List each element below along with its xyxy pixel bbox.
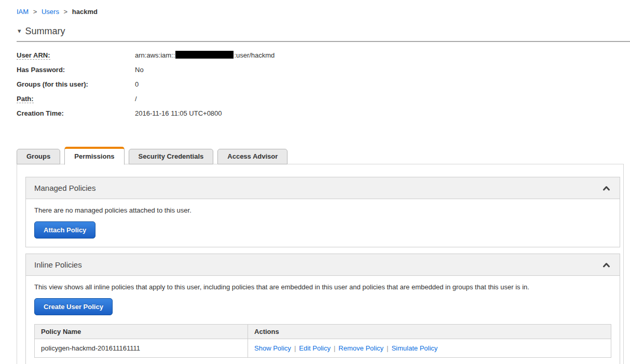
groups-count-value: 0 bbox=[135, 77, 139, 92]
managed-policies-header[interactable]: Managed Policies bbox=[26, 177, 620, 199]
creation-time-value: 2016-11-16 11:05 UTC+0800 bbox=[135, 106, 222, 121]
managed-policies-empty-text: There are no managed policies attached t… bbox=[34, 206, 611, 214]
tab-bar: Groups Permissions Security Credentials … bbox=[17, 147, 630, 164]
simulate-policy-link[interactable]: Simulate Policy bbox=[391, 344, 437, 352]
remove-policy-link[interactable]: Remove Policy bbox=[338, 344, 384, 352]
inline-policies-title: Inline Policies bbox=[34, 260, 82, 269]
inline-policies-description: This view shows all inline policies that… bbox=[34, 283, 611, 291]
creation-time-label: Creation Time: bbox=[17, 106, 135, 121]
field-row-path: Path: / bbox=[17, 92, 630, 106]
show-policy-link[interactable]: Show Policy bbox=[254, 344, 291, 352]
breadcrumb-separator: > bbox=[64, 8, 68, 16]
tab-groups[interactable]: Groups bbox=[17, 149, 60, 164]
attach-policy-button[interactable]: Attach Policy bbox=[34, 221, 95, 239]
breadcrumb: IAM > Users > hackmd bbox=[17, 8, 630, 16]
action-separator: | bbox=[294, 344, 296, 352]
chevron-up-icon[interactable] bbox=[601, 261, 611, 269]
groups-count-label: Groups (for this user): bbox=[17, 77, 135, 92]
breadcrumb-current-user: hackmd bbox=[72, 8, 98, 16]
summary-fields: User ARN: arn:aws:iam:::user/hackmd Has … bbox=[17, 48, 630, 121]
user-arn-value: arn:aws:iam:::user/hackmd bbox=[135, 48, 275, 63]
breadcrumb-link-users[interactable]: Users bbox=[42, 8, 59, 16]
edit-policy-link[interactable]: Edit Policy bbox=[299, 344, 331, 352]
tab-security-credentials[interactable]: Security Credentials bbox=[129, 149, 214, 164]
create-user-policy-button[interactable]: Create User Policy bbox=[34, 298, 113, 315]
field-row-groups: Groups (for this user): 0 bbox=[17, 77, 630, 92]
path-label: Path: bbox=[17, 95, 34, 103]
inline-policies-section: Inline Policies This view shows all inli… bbox=[25, 254, 620, 364]
breadcrumb-link-iam[interactable]: IAM bbox=[17, 8, 29, 16]
table-header-row: Policy Name Actions bbox=[35, 325, 611, 339]
redaction-box bbox=[175, 51, 234, 59]
chevron-up-icon[interactable] bbox=[601, 185, 611, 192]
breadcrumb-separator: > bbox=[33, 8, 37, 16]
has-password-label: Has Password: bbox=[17, 63, 135, 77]
user-arn-label: User ARN: bbox=[17, 51, 50, 60]
actions-column-header: Actions bbox=[248, 325, 611, 339]
path-value: / bbox=[135, 92, 137, 106]
managed-policies-body: There are no managed policies attached t… bbox=[26, 199, 620, 247]
action-separator: | bbox=[387, 344, 388, 352]
actions-cell: Show Policy|Edit Policy|Remove Policy|Si… bbox=[248, 339, 611, 358]
policy-name-cell: policygen-hackmd-201611161111 bbox=[35, 339, 248, 358]
table-row: policygen-hackmd-201611161111 Show Polic… bbox=[35, 339, 611, 358]
managed-policies-title: Managed Policies bbox=[34, 184, 95, 192]
inline-policies-body: This view shows all inline policies that… bbox=[26, 276, 620, 364]
field-row-creation-time: Creation Time: 2016-11-16 11:05 UTC+0800 bbox=[17, 106, 630, 121]
tab-access-advisor[interactable]: Access Advisor bbox=[217, 149, 287, 164]
summary-section-header[interactable]: ▾Summary bbox=[18, 26, 630, 37]
inline-policies-table: Policy Name Actions policygen-hackmd-201… bbox=[34, 324, 611, 358]
has-password-value: No bbox=[135, 63, 144, 77]
policy-name-column-header: Policy Name bbox=[35, 325, 248, 339]
summary-divider bbox=[17, 41, 630, 42]
action-separator: | bbox=[334, 344, 335, 352]
collapse-triangle-icon[interactable]: ▾ bbox=[18, 27, 21, 35]
field-row-has-password: Has Password: No bbox=[17, 63, 630, 77]
field-row-user-arn: User ARN: arn:aws:iam:::user/hackmd bbox=[17, 48, 630, 63]
summary-title: Summary bbox=[25, 26, 65, 36]
managed-policies-section: Managed Policies There are no managed po… bbox=[25, 177, 620, 247]
tab-panel-permissions: Managed Policies There are no managed po… bbox=[17, 164, 624, 364]
tab-permissions[interactable]: Permissions bbox=[64, 147, 124, 165]
inline-policies-header[interactable]: Inline Policies bbox=[26, 254, 620, 276]
